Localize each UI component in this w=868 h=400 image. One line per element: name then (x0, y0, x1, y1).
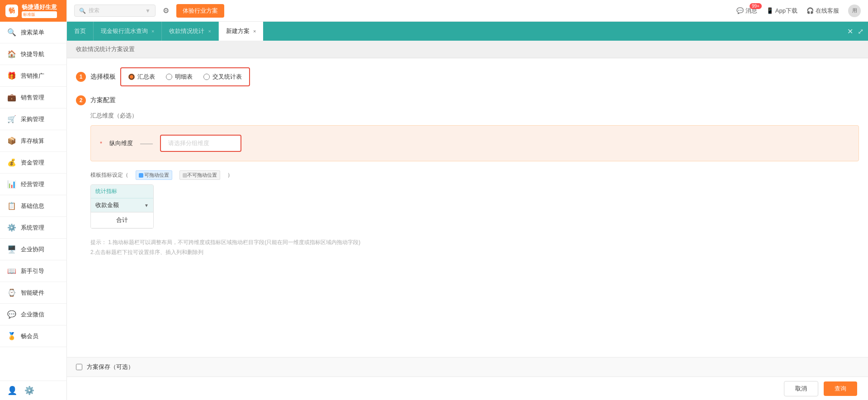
sidebar-item-marketing[interactable]: 🎁 营销推广 (0, 65, 66, 87)
search-icon-header: 🔍 (79, 8, 86, 14)
online-service-label: 在线客服 (816, 7, 839, 15)
step2-section: 2 方案配置 汇总维度（必选） * 纵向维度 —— 请选择分组维度 (76, 95, 859, 257)
gear-button[interactable]: ⚙ (163, 6, 169, 15)
sidebar-item-operation[interactable]: 📊 经营管理 (0, 174, 66, 195)
collab-icon: 🖥️ (7, 245, 16, 254)
message-action[interactable]: 💬 消息 99+ (736, 7, 757, 15)
gift-icon: 🎁 (7, 71, 16, 80)
tab-bank-flow-close[interactable]: × (151, 28, 154, 34)
sidebar-item-sales[interactable]: 💼 销售管理 (0, 87, 66, 108)
window-maximize-btn[interactable]: ⤢ (858, 27, 863, 36)
metrics-section: 模板指标设定（ 可拖动位置 不可拖动位置 ） (90, 170, 859, 229)
sidebar-label-finance: 资金管理 (21, 159, 44, 167)
member-icon: 🏅 (7, 332, 16, 340)
step2-header: 2 方案配置 (76, 95, 859, 105)
tab-bank-flow[interactable]: 现金银行流水查询 × (94, 22, 162, 41)
radio-detail[interactable]: 明细表 (166, 73, 193, 81)
sidebar-label-purchase: 采购管理 (21, 115, 44, 123)
metrics-table: 统计指标 收款金额 ▼ 合计 (90, 184, 859, 229)
save-label[interactable]: 方案保存（可选） (87, 363, 134, 371)
dropdown-arrow-icon[interactable]: ▼ (144, 203, 149, 208)
operation-icon: 📊 (7, 180, 16, 188)
tab-new-plan-label: 新建方案 (226, 27, 250, 35)
app-icon: 📱 (766, 7, 774, 14)
save-section: 方案保存（可选） (67, 357, 868, 376)
sidebar-label-search: 搜索菜单 (21, 28, 44, 37)
dim-placeholder-text: 请选择分组维度 (168, 140, 209, 146)
industry-btn[interactable]: 体验行业方案 (176, 4, 224, 18)
sidebar-item-system[interactable]: ⚙️ 系统管理 (0, 217, 66, 239)
tab-collection-stat[interactable]: 收款情况统计 × (162, 22, 218, 41)
purchase-icon: 🛒 (7, 115, 16, 123)
sidebar-item-collab[interactable]: 🖥️ 企业协同 (0, 239, 66, 260)
logo-main-text: 畅捷通好生意 (22, 4, 57, 11)
sidebar-label-inventory: 库存核算 (21, 137, 44, 145)
radio-summary-input[interactable] (128, 74, 135, 80)
logo-badge: 标准版 (22, 11, 57, 18)
sidebar-item-hardware[interactable]: ⌚ 智能硬件 (0, 282, 66, 304)
tab-home-label: 首页 (74, 27, 86, 35)
tab-new-plan[interactable]: 新建方案 × (219, 22, 263, 41)
draggable-tag: 可拖动位置 (136, 170, 172, 180)
sidebar-item-purchase[interactable]: 🛒 采购管理 (0, 108, 66, 130)
page-breadcrumb: 收款情况统计方案设置 (67, 41, 868, 58)
cancel-button[interactable]: 取消 (784, 381, 818, 396)
logo-icon: 畅 (5, 5, 18, 17)
sidebar-bottom-icon2[interactable]: ⚙️ (24, 386, 34, 395)
radio-summary[interactable]: 汇总表 (128, 73, 155, 81)
metrics-config-label: 模板指标设定（ (90, 171, 128, 179)
tab-collection-stat-close[interactable]: × (208, 28, 211, 34)
sidebar-bottom-icon1[interactable]: 👤 (7, 386, 17, 395)
header-search-box[interactable]: 🔍 搜索 ▼ (74, 5, 156, 17)
stats-box-header: 统计指标 (91, 185, 153, 198)
window-close-btn[interactable]: ✕ (847, 27, 853, 36)
online-service-action[interactable]: 🎧 在线客服 (807, 7, 839, 15)
sidebar-label-member: 畅会员 (21, 332, 38, 340)
step2-num: 2 (76, 95, 86, 105)
finance-icon: 💰 (7, 158, 16, 167)
tab-home[interactable]: 首页 (67, 22, 94, 41)
tab-new-plan-close[interactable]: × (253, 28, 256, 34)
sidebar-logo: 畅 畅捷通好生意 标准版 (0, 0, 66, 22)
sidebar-label-system: 系统管理 (21, 224, 44, 232)
sidebar-item-newbie[interactable]: 📖 新手引导 (0, 260, 66, 282)
inventory-icon: 📦 (7, 136, 16, 145)
tip-2: 2.点击标题栏下拉可设置排序、插入列和删除列 (90, 248, 859, 258)
user-avatar[interactable]: 用 (848, 5, 861, 17)
sidebar-label-basic: 基础信息 (21, 202, 44, 210)
step1-title: 选择模板 (90, 73, 116, 81)
radio-summary-label: 汇总表 (137, 73, 155, 81)
metrics-col-header[interactable]: 收款金额 ▼ (91, 198, 153, 212)
tip-1: 提示： 1.拖动标题栏可以调整布局，不可跨维度或指标区域拖动栏目字段(只能在同一… (90, 238, 859, 248)
sidebar-item-basic[interactable]: 📋 基础信息 (0, 195, 66, 217)
radio-detail-input[interactable] (166, 74, 172, 80)
sidebar-item-search[interactable]: 🔍 搜索菜单 (0, 22, 66, 43)
sidebar-item-quick-nav[interactable]: 🏠 快捷导航 (0, 43, 66, 65)
step2-body: 汇总维度（必选） * 纵向维度 —— 请选择分组维度 (76, 112, 859, 257)
tab-bank-flow-label: 现金银行流水查询 (101, 27, 148, 35)
sidebar-item-inventory[interactable]: 📦 库存核算 (0, 130, 66, 152)
hardware-icon: ⌚ (7, 288, 16, 297)
sidebar-label-operation: 经营管理 (21, 180, 44, 188)
sidebar-item-member[interactable]: 🏅 畅会员 (0, 325, 66, 347)
wechat-icon: 💬 (7, 310, 16, 319)
sidebar-item-wechat[interactable]: 💬 企业微信 (0, 304, 66, 325)
save-checkbox[interactable] (76, 364, 82, 370)
non-draggable-tag: 不可拖动位置 (179, 170, 220, 180)
query-button[interactable]: 查询 (824, 381, 857, 396)
main-content: 🔍 搜索 ▼ ⚙ 体验行业方案 💬 消息 99+ 📱 App下载 🎧 在线客服 … (67, 0, 868, 400)
dimension-selector[interactable]: 请选择分组维度 (160, 135, 241, 152)
dimension-row: * 纵向维度 —— 请选择分组维度 (100, 135, 849, 152)
sidebar-item-finance[interactable]: 💰 资金管理 (0, 152, 66, 174)
sales-icon: 💼 (7, 93, 16, 102)
radio-cross[interactable]: 交叉统计表 (203, 73, 242, 81)
page-body: 1 选择模板 汇总表 明细表 交叉统计表 (67, 58, 868, 357)
step1-header: 1 选择模板 汇总表 明细表 交叉统计表 (76, 67, 859, 86)
radio-cross-input[interactable] (203, 74, 210, 80)
search-icon: 🔍 (7, 28, 16, 37)
app-download-action[interactable]: 📱 App下载 (766, 7, 797, 15)
sidebar-bottom: 👤 ⚙️ (0, 381, 66, 400)
sidebar-label-sales: 销售管理 (21, 94, 44, 102)
breadcrumb-text: 收款情况统计方案设置 (76, 46, 135, 52)
tabs-window-btns: ✕ ⤢ (843, 22, 868, 41)
